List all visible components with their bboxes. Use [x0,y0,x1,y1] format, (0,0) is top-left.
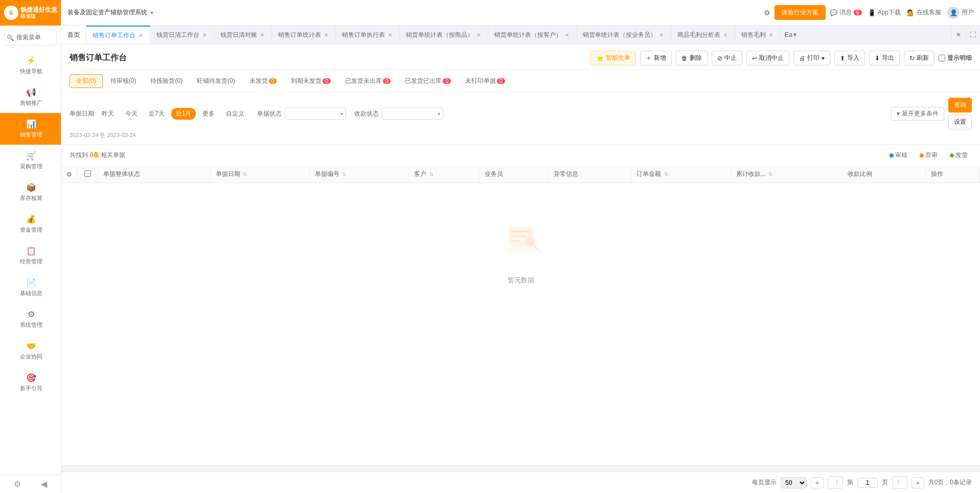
date-more-btn[interactable]: 更多 [198,108,219,120]
table-scroll[interactable]: ⚙ 单据整体状态 单据日期 ⇅ [61,166,980,465]
horizontal-scrollbar[interactable] [61,465,980,472]
sidebar-item-basic-info[interactable]: 📄 基础信息 [0,272,61,303]
tab-sales-profit[interactable]: 销售毛利 ✕ [735,26,781,44]
tab-close-cash-reconcile[interactable]: ✕ [259,31,265,39]
sidebar-item-marketing[interactable]: 📢 营销推广 [0,81,61,113]
tab-close-sales-by-product[interactable]: ✕ [475,31,482,39]
ship-action-button[interactable]: 发货 [946,149,972,162]
sidebar-item-finance[interactable]: 💰 资金管理 [0,208,61,240]
tab-cash-reconcile[interactable]: 钱货日清对账 ✕ [214,26,272,44]
date-sort-icon[interactable]: ⇅ [243,171,247,177]
filter-tab-not-printed[interactable]: 未打印单据0 [459,74,512,88]
first-page-button[interactable]: « [811,477,824,488]
tab-sales-exec[interactable]: 销售订单执行表 ✕ [336,26,400,44]
settings-bottom-icon[interactable]: ⚙ [14,479,21,489]
smart-create-button[interactable]: ⭐ 智能生单 [590,51,636,65]
tab-close-sales-stats[interactable]: ✕ [323,31,329,39]
tab-sales-workbench[interactable]: 销售订单工作台 ✕ [86,26,150,44]
filter-tab-not-shipped[interactable]: 未发货0 [243,74,284,88]
sidebar-item-quick-nav[interactable]: ⚡ 快捷导航 [0,50,61,81]
filter-tab-pending-review[interactable]: 待审核(0) [104,74,143,88]
date-custom-btn[interactable]: 自定义 [221,108,249,120]
tab-cash-daily[interactable]: 钱货日清工作台 ✕ [150,26,214,44]
filter-tab-shipped-out[interactable]: 已发货已出库0 [398,74,458,88]
system-dropdown-icon[interactable]: ▾ [150,9,153,16]
message-button[interactable]: 💬 消息 6 [830,8,862,17]
tab-close-sales-by-customer[interactable]: ✕ [564,31,570,39]
sidebar-item-cooperation[interactable]: 🤝 企业协同 [0,335,61,367]
date-1month-btn[interactable]: 近1月 [171,108,196,120]
amount-sort-icon[interactable]: ⇅ [664,171,668,177]
customer-sort-icon[interactable]: ⇅ [429,171,434,177]
unreviewed-action-button[interactable]: 弃审 [916,149,942,162]
online-service-button[interactable]: 💁 在线客服 [907,8,941,17]
number-sort-icon[interactable]: ⇅ [342,171,346,177]
status-select[interactable] [285,107,346,120]
prev-page-button[interactable]: 〈 [828,476,843,489]
page-header: 销售订单工作台 ⭐ 智能生单 ＋ 新增 🗑 删除 ⊘ 中止 [61,44,980,70]
stop-button[interactable]: ⊘ 中止 [712,51,742,65]
tab-close-margin-analysis[interactable]: ✕ [722,31,728,39]
payment-select[interactable] [382,107,443,120]
user-menu[interactable]: 👤 用户 [947,7,974,19]
sidebar-item-sales[interactable]: 📊 销售管理 [0,113,61,145]
tab-sales-by-customer[interactable]: 销货单统计表（按客户） ✕ [488,26,577,44]
tab-margin-analysis[interactable]: 商品毛利分析表 ✕ [671,26,735,44]
tab-close-cash-daily[interactable]: ✕ [201,31,208,39]
tab-sales-by-staff[interactable]: 销货单统计表（按业务员） ✕ [577,26,671,44]
filter-tab-all[interactable]: 全部(0) [70,74,103,88]
tab-close-sales-by-staff[interactable]: ✕ [658,31,665,39]
column-settings-icon[interactable]: ⚙ [66,171,72,178]
collected-sort-icon[interactable]: ⇅ [768,171,772,177]
filter-tab-shipped-not-out[interactable]: 已发货未出库0 [338,74,398,88]
sidebar-item-operations[interactable]: 📋 经营管理 [0,240,61,272]
sidebar-item-purchase[interactable]: 🛒 采购管理 [0,145,61,176]
review-action-button[interactable]: 审核 [885,149,911,162]
delete-button[interactable]: 🗑 删除 [676,51,708,65]
col-customer-header[interactable]: 客户 ⇅ [409,166,480,183]
next-page-button[interactable]: 〉 [892,476,907,489]
col-amount-header[interactable]: 订单金额 ⇅ [631,166,731,183]
tab-maximize-button[interactable]: ⛶ [965,26,980,44]
date-today-btn[interactable]: 今天 [121,108,142,120]
date-yesterday-btn[interactable]: 昨天 [97,108,119,120]
app-download-button[interactable]: 📱 App下载 [868,8,901,17]
filter-tab-overdue-not-shipped[interactable]: 到期未发货0 [284,74,337,88]
import-button[interactable]: ⬆ 导入 [834,51,865,65]
expand-more-button[interactable]: ▾ 展开更多条件 [891,107,944,121]
tab-close-sales-exec[interactable]: ✕ [387,31,393,39]
show-detail-label[interactable]: 显示明细 [939,54,972,62]
print-button[interactable]: 🖨 打印 ▾ [793,51,830,65]
refresh-button[interactable]: ↻ 刷新 [904,51,935,65]
col-date-header[interactable]: 单据日期 ⇅ [210,166,309,183]
sidebar-item-inventory[interactable]: 📦 库存核算 [0,176,61,208]
sidebar-item-tutorial[interactable]: 🎯 新手引导 [0,367,61,398]
export-button[interactable]: ⬇ 导出 [869,51,900,65]
page-number-input[interactable] [857,478,878,488]
tab-close-sales-profit[interactable]: ✕ [768,31,774,39]
settings-filter-button[interactable]: 设置 [948,115,972,129]
col-number-header[interactable]: 单据编号 ⇅ [309,166,408,183]
page-size-select[interactable]: 50 10 20 100 [781,477,807,488]
industry-solution-button[interactable]: 体验行业方案 [774,5,826,20]
tab-sales-stats[interactable]: 销售订单统计表 ✕ [272,26,336,44]
search-button[interactable]: 查询 [948,98,972,113]
tabbar-more-button[interactable]: Ea ▾ [781,31,801,38]
show-detail-checkbox[interactable] [939,55,945,61]
last-page-button[interactable]: » [911,477,924,488]
tab-home[interactable]: 首页 [61,26,86,44]
filter-tab-pending-inspect[interactable]: 待拣验货(0) [144,74,189,88]
cancel-stop-button[interactable]: ↩ 取消中止 [746,51,789,65]
search-menu-button[interactable]: 🔍 搜索菜单 [4,30,57,46]
add-button[interactable]: ＋ 新增 [640,51,672,65]
date-7days-btn[interactable]: 近7天 [144,108,169,120]
col-collected-header[interactable]: 累计收款... ⇅ [731,166,842,183]
collapse-sidebar-icon[interactable]: ◀ [41,479,47,489]
tab-close-current-button[interactable]: ✕ [951,26,965,44]
filter-tab-wangpu-pending[interactable]: 旺铺待发货(0) [190,74,242,88]
sidebar-item-system[interactable]: ⚙ 系统管理 [0,303,61,335]
tab-sales-by-product[interactable]: 销货单统计表（按商品） ✕ [400,26,488,44]
select-all-checkbox[interactable] [84,170,91,177]
topbar-settings-icon[interactable]: ⚙ [764,9,770,17]
tab-close-sales-workbench[interactable]: ✕ [138,32,144,39]
